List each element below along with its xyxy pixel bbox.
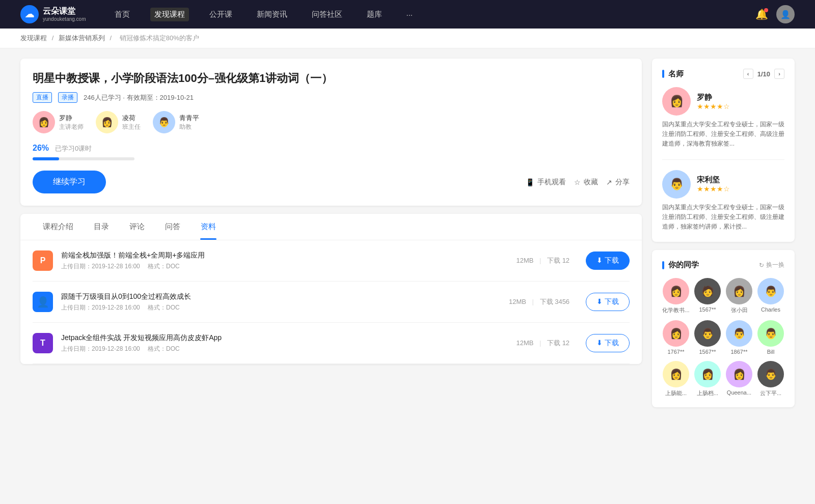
tab-intro[interactable]: 课程介绍 — [33, 214, 84, 240]
progress-section: 26% 已学习0课时 — [33, 144, 630, 160]
classmate-11-avatar[interactable]: 👩 — [726, 361, 752, 387]
sidebar-teacher-1-stars: ★★★★☆ — [697, 102, 730, 110]
classmate-9-avatar[interactable]: 👩 — [663, 361, 689, 387]
star-icon: ☆ — [574, 178, 581, 186]
classmate-6: 👨 1567** — [694, 320, 721, 355]
nav-discover[interactable]: 发现课程 — [150, 8, 189, 21]
classmate-8-name: Bill — [767, 349, 775, 355]
classmate-12-avatar[interactable]: 👨 — [757, 361, 784, 387]
classmate-4: 👨 Charles — [757, 278, 784, 314]
file-name-3: Jetpack全组件实战 开发短视频应用高仿皮皮虾App — [61, 333, 508, 343]
share-button[interactable]: ↗ 分享 — [606, 178, 630, 187]
classmates-title-text: 你的同学 — [662, 260, 699, 270]
classmate-8: 👨 Bill — [757, 320, 784, 355]
nav-home[interactable]: 首页 — [111, 8, 134, 21]
classmate-5-name: 1767** — [667, 349, 684, 355]
file-icon-3: T — [33, 333, 53, 353]
content-area: 明星中教授课，小学阶段语法100分–强化级第1讲动词（一） 直播 录播 246人… — [20, 59, 642, 415]
course-card: 明星中教授课，小学阶段语法100分–强化级第1讲动词（一） 直播 录播 246人… — [20, 59, 642, 206]
classmate-8-avatar[interactable]: 👨 — [757, 320, 784, 347]
file-icon-1: P — [33, 250, 53, 271]
teacher-2-avatar: 👩 — [96, 111, 118, 133]
teacher-1-name: 罗静 — [59, 114, 84, 123]
classmate-4-avatar[interactable]: 👨 — [757, 278, 784, 304]
main-layout: 明星中教授课，小学阶段语法100分–强化级第1讲动词（一） 直播 录播 246人… — [0, 48, 815, 426]
action-buttons: 📱 手机观看 ☆ 收藏 ↗ 分享 — [526, 178, 630, 187]
file-list: P 前端全栈加强版！前端全栈+全周期+多端应用 上传日期：2019-12-28 … — [20, 240, 642, 364]
course-title: 明星中教授课，小学阶段语法100分–强化级第1讲动词（一） — [33, 71, 630, 86]
tab-contents[interactable]: 目录 — [84, 214, 119, 240]
classmate-2-name: 1567** — [699, 306, 716, 313]
logo[interactable]: ☁ 云朵课堂 yundouketang.com — [20, 5, 86, 23]
notification-dot — [764, 8, 768, 12]
sidebar-teacher-1-name: 罗静 — [697, 93, 730, 102]
file-meta-2: 上传日期：2019-12-28 16:00 格式：DOC — [61, 303, 501, 312]
tab-materials[interactable]: 资料 — [191, 214, 226, 240]
classmate-9-name: 上肠能... — [665, 389, 687, 397]
file-info-2: 跟随千万级项目从0到100全过程高效成长 上传日期：2019-12-28 16:… — [61, 292, 501, 312]
tab-reviews[interactable]: 评论 — [119, 214, 155, 240]
classmate-11-name: Queena... — [727, 389, 751, 396]
classmate-3-name: 张小田 — [731, 306, 748, 314]
page-indicator: 1/10 — [757, 70, 770, 78]
refresh-icon: ↻ — [759, 262, 764, 269]
breadcrumb-discover[interactable]: 发现课程 — [20, 34, 47, 42]
nav-more[interactable]: ··· — [402, 8, 417, 21]
sidebar-teacher-2-stars: ★★★★☆ — [697, 185, 730, 193]
file-name-2: 跟随千万级项目从0到100全过程高效成长 — [61, 292, 501, 301]
download-button-3[interactable]: ⬇ 下载 — [586, 334, 630, 352]
tag-live: 直播 — [33, 92, 52, 103]
next-page-button[interactable]: › — [774, 69, 784, 79]
user-avatar[interactable]: 👤 — [776, 5, 795, 23]
teacher-2-role: 班主任 — [122, 123, 141, 131]
teacher-3-role: 助教 — [179, 123, 199, 131]
classmate-7-name: 1867** — [730, 349, 747, 355]
file-stats-1: 12MB | 下载 12 — [516, 256, 569, 265]
tabs-section: 课程介绍 目录 评论 问答 资料 P 前端全栈加强版！前端全栈+全周期+多端应用… — [20, 214, 642, 364]
navbar: ☁ 云朵课堂 yundouketang.com 首页 发现课程 公开课 新闻资讯… — [0, 0, 815, 29]
nav-news[interactable]: 新闻资讯 — [253, 8, 291, 21]
classmate-10-name: 上肠档... — [697, 389, 718, 397]
prev-page-button[interactable]: ‹ — [743, 69, 753, 79]
download-button-2[interactable]: ⬇ 下载 — [586, 293, 630, 311]
breadcrumb-series[interactable]: 新媒体营销系列 — [59, 34, 105, 42]
file-stats-3: 12MB | 下载 12 — [516, 339, 569, 348]
file-info-1: 前端全栈加强版！前端全栈+全周期+多端应用 上传日期：2019-12-28 16… — [61, 251, 508, 271]
progress-percent: 26% — [33, 144, 49, 152]
classmate-12: 👨 云下平... — [757, 361, 784, 397]
classmate-6-name: 1567** — [699, 349, 716, 355]
sidebar-teacher-1: 👩 罗静 ★★★★☆ 国内某重点大学安全工程专业硕士，国家一级注册消防工程师、注… — [662, 87, 784, 160]
classmate-7: 👨 1867** — [725, 320, 753, 355]
teacher-3: 👨 青青平 助教 — [153, 111, 199, 133]
nav-exam[interactable]: 题库 — [363, 8, 386, 21]
nav-qa[interactable]: 问答社区 — [308, 8, 346, 21]
sidebar-teacher-1-avatar[interactable]: 👩 — [662, 87, 691, 116]
mobile-watch-button[interactable]: 📱 手机观看 — [526, 178, 566, 187]
collect-button[interactable]: ☆ 收藏 — [574, 178, 598, 187]
download-button-1[interactable]: ⬇ 下载 — [586, 251, 630, 270]
breadcrumb-current: 销冠修炼术搞定80%的客户 — [120, 34, 199, 42]
sidebar-teacher-2: 👨 宋利坚 ★★★★☆ 国内某重点大学安全工程专业硕士，国家一级注册消防工程师、… — [662, 170, 784, 232]
sidebar-teacher-2-name: 宋利坚 — [697, 175, 730, 185]
classmate-1-avatar[interactable]: 👩 — [663, 278, 689, 304]
classmate-7-avatar[interactable]: 👨 — [726, 320, 752, 347]
continue-learning-button[interactable]: 继续学习 — [33, 171, 106, 193]
classmate-6-avatar[interactable]: 👨 — [694, 320, 721, 347]
classmate-5-avatar[interactable]: 👩 — [663, 320, 689, 347]
classmate-3-avatar[interactable]: 👩 — [726, 278, 752, 304]
classmate-3: 👩 张小田 — [725, 278, 753, 314]
refresh-button[interactable]: ↻ 换一换 — [759, 261, 784, 269]
teachers-card-title: 名师 ‹ 1/10 › — [662, 69, 784, 79]
breadcrumb: 发现课程 / 新媒体营销系列 / 销冠修炼术搞定80%的客户 — [0, 29, 815, 48]
classmate-4-name: Charles — [761, 306, 780, 313]
classmates-grid: 👩 化学教书... 🧑 1567** 👩 张小田 👨 Charles 👩 — [662, 278, 784, 397]
tab-qa[interactable]: 问答 — [155, 214, 191, 240]
classmate-10-avatar[interactable]: 👩 — [694, 361, 721, 387]
nav-open[interactable]: 公开课 — [205, 8, 236, 21]
sidebar: 名师 ‹ 1/10 › 👩 罗静 ★★★★☆ 国内某重点大学安全工程专业硕士，国… — [652, 59, 795, 415]
sidebar-teacher-2-avatar[interactable]: 👨 — [662, 170, 691, 199]
course-students: 246人已学习 · 有效期至：2019-10-21 — [84, 93, 194, 102]
notification-bell[interactable]: 🔔 — [755, 8, 768, 20]
classmate-2-avatar[interactable]: 🧑 — [694, 278, 721, 304]
classmate-11: 👩 Queena... — [725, 361, 753, 397]
